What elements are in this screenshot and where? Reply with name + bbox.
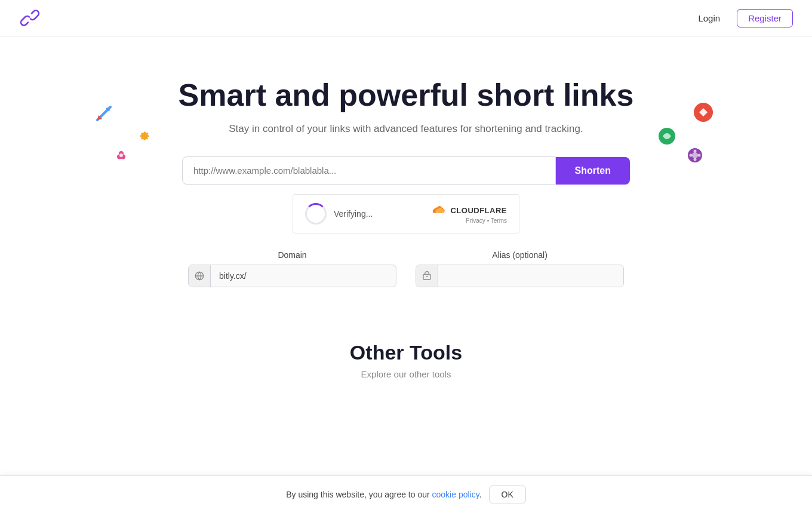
domain-input-wrap	[188, 265, 396, 287]
login-button[interactable]: Login	[691, 10, 727, 27]
cookie-text: By using this website, you agree to our …	[286, 490, 481, 499]
alias-icon	[416, 265, 438, 287]
cookie-banner: By using this website, you agree to our …	[0, 475, 812, 513]
shorten-button[interactable]: Shorten	[556, 157, 630, 185]
url-input[interactable]	[182, 156, 556, 185]
logo[interactable]	[19, 7, 41, 29]
svg-point-1	[121, 155, 125, 159]
deco-purple-icon	[687, 148, 703, 165]
nav-actions: Login Register	[691, 9, 793, 27]
cf-left: Verifying...	[305, 203, 373, 225]
other-tools-subheading: Explore our other tools	[12, 369, 800, 379]
alias-label: Alias (optional)	[416, 250, 624, 260]
cloudflare-cloud-icon	[426, 204, 447, 217]
domain-icon	[189, 265, 211, 287]
hero-section: Smart and powerful short links Stay in c…	[0, 36, 812, 305]
cookie-policy-link[interactable]: cookie policy	[432, 490, 479, 499]
alias-input[interactable]	[438, 265, 623, 287]
svg-point-9	[694, 158, 697, 161]
cf-privacy-link[interactable]: Privacy	[466, 217, 485, 224]
svg-point-8	[694, 150, 697, 153]
logo-icon	[19, 7, 41, 29]
alias-field-group: Alias (optional)	[416, 250, 624, 287]
cf-spinner	[305, 203, 327, 225]
svg-point-2	[117, 155, 122, 159]
hero-subheadline: Stay in control of your links with advan…	[12, 123, 800, 135]
url-form: Shorten	[182, 156, 630, 185]
domain-input[interactable]	[211, 265, 396, 287]
cookie-ok-button[interactable]: OK	[489, 486, 526, 503]
register-button[interactable]: Register	[737, 9, 793, 27]
svg-point-0	[119, 151, 124, 156]
cloudflare-widget: Verifying... CLOUDFLARE Privacy • Terms	[293, 194, 519, 234]
cf-logo-block: CLOUDFLARE Privacy • Terms	[426, 204, 507, 224]
fields-row: Domain Alias (optional)	[182, 250, 630, 287]
cf-terms-link[interactable]: Terms	[491, 217, 507, 224]
deco-flower	[115, 149, 128, 164]
cf-privacy-links: Privacy • Terms	[426, 217, 507, 224]
other-tools-section: Other Tools Explore our other tools	[0, 305, 812, 391]
svg-point-6	[688, 148, 702, 162]
navbar: Login Register	[0, 0, 812, 36]
domain-field-group: Domain	[188, 250, 396, 287]
svg-point-11	[698, 154, 701, 157]
hero-headline: Smart and powerful short links	[12, 78, 800, 112]
alias-input-wrap	[416, 265, 624, 287]
svg-point-7	[692, 152, 698, 158]
cf-verifying-text: Verifying...	[334, 209, 373, 219]
other-tools-heading: Other Tools	[12, 341, 800, 364]
svg-point-3	[119, 153, 123, 157]
domain-label: Domain	[188, 250, 396, 260]
svg-point-10	[690, 154, 693, 157]
